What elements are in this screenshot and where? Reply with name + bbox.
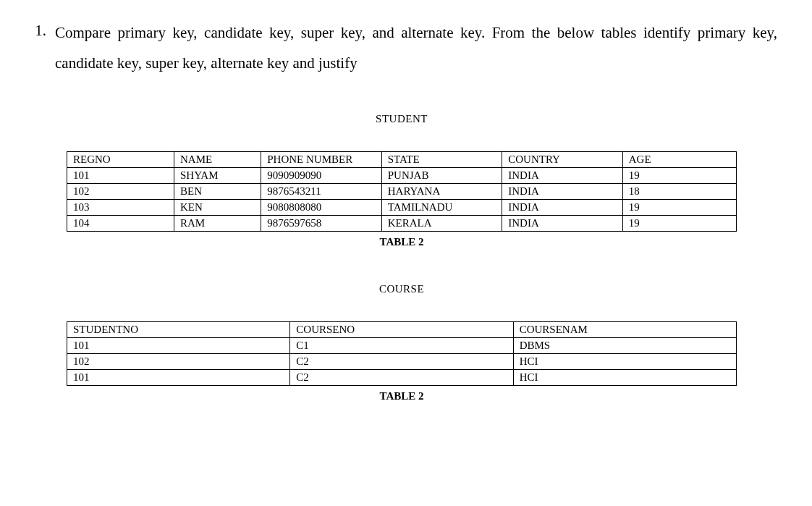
cell-courseno: C2 xyxy=(290,354,513,370)
cell-country: INDIA xyxy=(502,216,623,232)
student-table-body: 101 SHYAM 9090909090 PUNJAB INDIA 19 102… xyxy=(67,168,737,232)
cell-state: TAMILNADU xyxy=(381,200,502,216)
cell-state: PUNJAB xyxy=(381,168,502,184)
student-th-phone: PHONE NUMBER xyxy=(261,152,382,168)
cell-name: SHYAM xyxy=(174,168,261,184)
course-table: STUDENTNO COURSENO COURSENAM 101 C1 DBMS… xyxy=(67,321,737,386)
course-th-courseno: COURSENO xyxy=(290,322,513,338)
cell-name: KEN xyxy=(174,200,261,216)
cell-coursenam: DBMS xyxy=(513,338,736,354)
table-row: 101 C2 HCI xyxy=(67,370,737,386)
student-table-caption: TABLE 2 xyxy=(26,236,777,248)
student-th-country: COUNTRY xyxy=(502,152,623,168)
student-th-state: STATE xyxy=(381,152,502,168)
student-section-title: STUDENT xyxy=(26,113,777,125)
cell-age: 19 xyxy=(622,200,736,216)
student-th-name: NAME xyxy=(174,152,261,168)
cell-phone: 9080808080 xyxy=(261,200,382,216)
course-th-coursenam: COURSENAM xyxy=(513,322,736,338)
cell-name: BEN xyxy=(174,184,261,200)
cell-country: INDIA xyxy=(502,184,623,200)
cell-courseno: C1 xyxy=(290,338,513,354)
cell-phone: 9876543211 xyxy=(261,184,382,200)
cell-courseno: C2 xyxy=(290,370,513,386)
cell-studentno: 101 xyxy=(67,338,290,354)
cell-state: KERALA xyxy=(381,216,502,232)
cell-age: 18 xyxy=(622,184,736,200)
cell-studentno: 101 xyxy=(67,370,290,386)
cell-coursenam: HCI xyxy=(513,354,736,370)
cell-coursenam: HCI xyxy=(513,370,736,386)
cell-regno: 103 xyxy=(67,200,174,216)
table-row: 103 KEN 9080808080 TAMILNADU INDIA 19 xyxy=(67,200,737,216)
cell-country: INDIA xyxy=(502,200,623,216)
table-row: 101 C1 DBMS xyxy=(67,338,737,354)
course-table-wrap: STUDENTNO COURSENO COURSENAM 101 C1 DBMS… xyxy=(26,321,777,386)
cell-phone: 9876597658 xyxy=(261,216,382,232)
cell-age: 19 xyxy=(622,168,736,184)
course-table-header-row: STUDENTNO COURSENO COURSENAM xyxy=(67,322,737,338)
cell-regno: 101 xyxy=(67,168,174,184)
table-row: 104 RAM 9876597658 KERALA INDIA 19 xyxy=(67,216,737,232)
student-table-header-row: REGNO NAME PHONE NUMBER STATE COUNTRY AG… xyxy=(67,152,737,168)
table-row: 102 BEN 9876543211 HARYANA INDIA 18 xyxy=(67,184,737,200)
cell-phone: 9090909090 xyxy=(261,168,382,184)
cell-age: 19 xyxy=(622,216,736,232)
course-section-title: COURSE xyxy=(26,283,777,295)
cell-state: HARYANA xyxy=(381,184,502,200)
cell-regno: 104 xyxy=(67,216,174,232)
student-th-regno: REGNO xyxy=(67,152,174,168)
cell-name: RAM xyxy=(174,216,261,232)
course-table-body: 101 C1 DBMS 102 C2 HCI 101 C2 HCI xyxy=(67,338,737,386)
cell-studentno: 102 xyxy=(67,354,290,370)
student-table-wrap: REGNO NAME PHONE NUMBER STATE COUNTRY AG… xyxy=(26,151,777,232)
student-table: REGNO NAME PHONE NUMBER STATE COUNTRY AG… xyxy=(67,151,737,232)
table-row: 102 C2 HCI xyxy=(67,354,737,370)
question-number: 1. xyxy=(26,17,46,45)
cell-regno: 102 xyxy=(67,184,174,200)
course-th-studentno: STUDENTNO xyxy=(67,322,290,338)
cell-country: INDIA xyxy=(502,168,623,184)
student-th-age: AGE xyxy=(622,152,736,168)
question-block: 1. Compare primary key, candidate key, s… xyxy=(26,17,777,78)
question-text: Compare primary key, candidate key, supe… xyxy=(55,17,777,78)
table-row: 101 SHYAM 9090909090 PUNJAB INDIA 19 xyxy=(67,168,737,184)
course-table-caption: TABLE 2 xyxy=(26,390,777,402)
